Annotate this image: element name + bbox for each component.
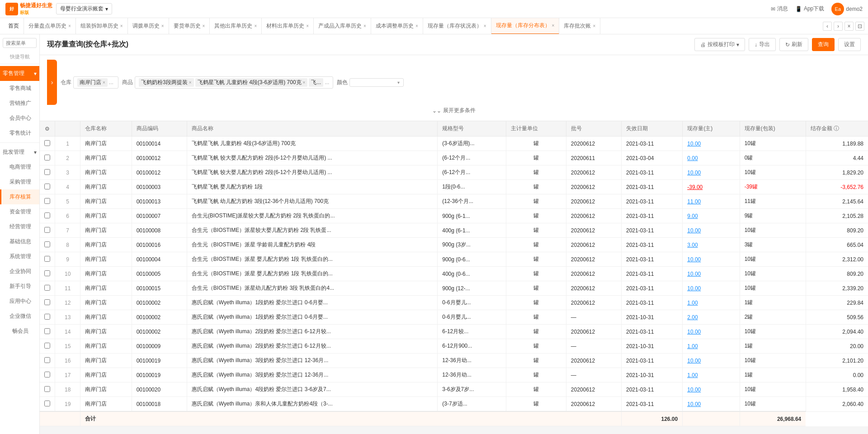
tab-3[interactable]: 调拨单历史 ×	[128, 18, 169, 34]
cell-checkbox[interactable]	[40, 310, 55, 325]
cell-qty[interactable]: 0.00	[683, 151, 740, 165]
cell-qty[interactable]: 10.00	[683, 223, 740, 238]
nav-next[interactable]: ›	[834, 22, 843, 31]
tab-close[interactable]: ×	[120, 24, 123, 28]
sidebar-item-system[interactable]: 系统管理	[0, 249, 39, 264]
cell-checkbox[interactable]	[40, 180, 55, 194]
cell-checkbox[interactable]	[40, 397, 55, 412]
sidebar-item-wholesale[interactable]: 批发管理▾	[0, 145, 39, 160]
message-btn[interactable]: ✉ 消息	[771, 5, 788, 13]
cell-qty[interactable]: 10.00	[683, 325, 740, 339]
settings-btn[interactable]: 设置	[838, 38, 861, 51]
sidebar-item-enterprise[interactable]: 企业协同	[0, 264, 39, 279]
tab-8[interactable]: 成本调整单历史 ×	[371, 18, 423, 34]
cell-checkbox[interactable]	[40, 354, 55, 368]
tab-7[interactable]: 产成品入库单历史 ×	[314, 18, 371, 34]
tab-11[interactable]: 库存批次账 ×	[559, 18, 600, 34]
sidebar-item-inventory[interactable]: 库存核算	[0, 189, 39, 204]
nav-prev[interactable]: ‹	[823, 22, 832, 31]
sidebar-item-member-plus[interactable]: 畅会员	[0, 324, 39, 339]
expand-conditions-btn[interactable]: ⌄⌄ 展开更多条件	[432, 107, 476, 114]
col-settings[interactable]: ⚙	[40, 121, 55, 137]
sidebar-item-retail-mall[interactable]: 零售商城	[0, 81, 39, 96]
cell-qty[interactable]: 10.00	[683, 397, 740, 412]
tab-home[interactable]: 首页	[4, 18, 24, 34]
cell-checkbox[interactable]	[40, 223, 55, 238]
export-btn[interactable]: ↓ 导出	[749, 38, 776, 51]
tab-close[interactable]: ×	[363, 24, 366, 28]
tab-close[interactable]: ×	[161, 24, 164, 28]
warehouse-tag-close[interactable]: ×	[103, 80, 105, 85]
product-more-btn[interactable]: ...	[325, 79, 329, 85]
cell-checkbox[interactable]	[40, 296, 55, 310]
sidebar-item-purchase[interactable]: 采购管理	[0, 175, 39, 189]
sidebar-item-ecommerce[interactable]: 电商管理	[0, 160, 39, 175]
sidebar-item-guide[interactable]: 新手引导	[0, 279, 39, 294]
tab-5[interactable]: 其他出库单历史 ×	[210, 18, 262, 34]
cell-checkbox[interactable]	[40, 368, 55, 382]
print-btn[interactable]: 🖨 按模板打印 ▾	[694, 38, 745, 51]
sidebar-item-members[interactable]: 会员中心	[0, 111, 39, 126]
product-tag-1-close[interactable]: ×	[189, 80, 192, 85]
cell-checkbox[interactable]	[40, 194, 55, 209]
cell-qty[interactable]: 9.00	[683, 209, 740, 223]
cell-qty[interactable]: 1.00	[683, 368, 740, 382]
color-chevron[interactable]: ▾	[397, 80, 400, 85]
sidebar-item-app-center[interactable]: 应用中心	[0, 294, 39, 309]
cell-qty[interactable]: -39.00	[683, 180, 740, 194]
cell-qty[interactable]: 1.00	[683, 339, 740, 354]
cell-checkbox[interactable]	[40, 281, 55, 296]
sidebar-item-retail-stats[interactable]: 零售统计	[0, 126, 39, 141]
sidebar-item-retail-mgmt[interactable]: 零售管理▾	[0, 66, 39, 81]
tab-9[interactable]: 现存量（库存状况表）×	[423, 18, 491, 34]
tab-close[interactable]: ×	[306, 24, 309, 28]
cell-checkbox[interactable]	[40, 325, 55, 339]
cell-qty[interactable]: 10.00	[683, 267, 740, 281]
user-avatar[interactable]: Ea demo2	[831, 3, 863, 15]
sidebar-item-marketing[interactable]: 营销推广	[0, 96, 39, 111]
warehouse-more[interactable]: ...	[109, 79, 113, 85]
cell-checkbox[interactable]	[40, 382, 55, 397]
color-value-box[interactable]: ▾	[349, 78, 404, 87]
cell-qty[interactable]: 10.00	[683, 165, 740, 180]
tab-close[interactable]: ×	[68, 24, 71, 28]
warehouse-value-box[interactable]: 南岸门店 × ...	[73, 76, 118, 89]
industry-selector[interactable]: 母婴行业演示账套 ▾	[56, 3, 112, 14]
nav-more[interactable]: ⊡	[855, 22, 864, 31]
tab-close[interactable]: ×	[484, 24, 486, 28]
sidebar-item-operations[interactable]: 经营管理	[0, 219, 39, 234]
filter-expand-arrow[interactable]: ›	[47, 60, 57, 105]
cell-qty[interactable]: 1.00	[683, 296, 740, 310]
tab-close[interactable]: ×	[203, 24, 205, 28]
search-input[interactable]	[3, 38, 37, 48]
nav-close-all[interactable]: ×	[844, 22, 854, 31]
cell-qty[interactable]: 3.00	[683, 238, 740, 252]
cell-qty[interactable]: 10.00	[683, 382, 740, 397]
product-tag-2-close[interactable]: ×	[303, 80, 306, 85]
cell-qty[interactable]: 11.00	[683, 194, 740, 209]
sidebar-item-basics[interactable]: 基础信息	[0, 234, 39, 249]
cell-qty[interactable]: 10.00	[683, 137, 740, 151]
cell-checkbox[interactable]	[40, 165, 55, 180]
sidebar-item-wechat[interactable]: 企业微信	[0, 309, 39, 324]
tab-10-active[interactable]: 现存量（库存分布表）×	[491, 18, 560, 34]
query-btn[interactable]: 查询	[812, 38, 835, 51]
tab-6[interactable]: 材料出库单历史 ×	[262, 18, 314, 34]
tab-close[interactable]: ×	[593, 24, 595, 28]
cell-checkbox[interactable]	[40, 252, 55, 267]
cell-qty[interactable]: 2.00	[683, 310, 740, 325]
tab-close[interactable]: ×	[552, 23, 555, 28]
tab-close[interactable]: ×	[254, 24, 257, 28]
cell-checkbox[interactable]	[40, 137, 55, 151]
tab-2[interactable]: 组装拆卸单历史 ×	[76, 18, 128, 34]
cell-checkbox[interactable]	[40, 151, 55, 165]
refresh-btn[interactable]: ↻ 刷新	[779, 38, 808, 51]
app-download-btn[interactable]: 📱 App下载	[795, 5, 824, 13]
tab-close[interactable]: ×	[415, 24, 418, 28]
product-value-box[interactable]: 飞鹤奶粉3段两提装 × 飞鹤星飞帆 儿童奶粉 4段(3-6岁适用) 700克 ×…	[135, 76, 333, 89]
tab-4[interactable]: 要货单历史 ×	[169, 18, 210, 34]
cell-qty[interactable]: 10.00	[683, 281, 740, 296]
cell-qty[interactable]: 10.00	[683, 252, 740, 267]
sidebar-item-finance[interactable]: 资金管理	[0, 204, 39, 219]
cell-qty[interactable]: 10.00	[683, 354, 740, 368]
